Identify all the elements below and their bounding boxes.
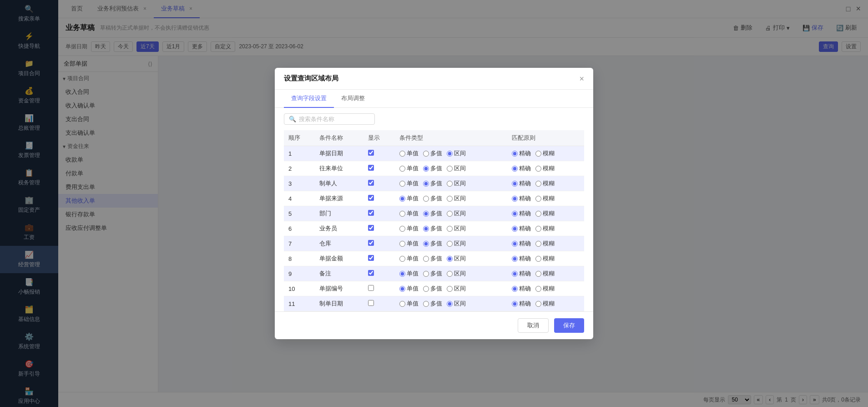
cell-match: 精确模糊	[507, 221, 584, 236]
match-radio-item[interactable]: 模糊	[535, 179, 555, 188]
show-checkbox[interactable]	[368, 165, 374, 171]
cell-show	[363, 221, 394, 236]
table-row: 1单据日期单值多值区间精确模糊	[284, 146, 584, 161]
cell-type: 单值多值区间	[395, 236, 507, 251]
dialog-search-area: 🔍	[275, 108, 593, 130]
match-radio-item[interactable]: 精确	[512, 209, 531, 218]
match-radio-item[interactable]: 模糊	[535, 239, 555, 248]
cell-type: 单值多值区间	[395, 266, 507, 281]
cell-type: 单值多值区间	[395, 191, 507, 206]
cell-order: 1	[284, 146, 315, 161]
match-radio-item[interactable]: 精确	[512, 300, 531, 308]
cell-order: 9	[284, 266, 315, 281]
match-radio-item[interactable]: 精确	[512, 179, 531, 188]
show-checkbox[interactable]	[368, 240, 374, 246]
type-radio-item[interactable]: 单值	[399, 239, 419, 248]
cell-match: 精确模糊	[507, 266, 584, 281]
match-radio-item[interactable]: 模糊	[535, 164, 555, 173]
cell-match: 精确模糊	[507, 236, 584, 251]
cell-name: 制单日期	[315, 296, 363, 311]
cell-order: 10	[284, 281, 315, 296]
type-radio-item[interactable]: 单值	[399, 164, 419, 173]
cell-order: 2	[284, 161, 315, 176]
show-checkbox[interactable]	[368, 225, 374, 231]
match-radio-item[interactable]: 模糊	[535, 209, 555, 218]
cell-show	[363, 296, 394, 311]
match-radio-item[interactable]: 精确	[512, 149, 531, 158]
type-radio-item[interactable]: 多值	[423, 209, 442, 218]
type-radio-item[interactable]: 多值	[423, 149, 442, 158]
match-radio-item[interactable]: 精确	[512, 194, 531, 203]
type-radio-item[interactable]: 单值	[399, 179, 419, 188]
type-radio-item[interactable]: 区间	[447, 285, 466, 293]
match-radio-item[interactable]: 模糊	[535, 149, 555, 158]
dialog-close-button[interactable]: ×	[579, 75, 584, 83]
table-row: 2往来单位单值多值区间精确模糊	[284, 161, 584, 176]
type-radio-item[interactable]: 多值	[423, 179, 442, 188]
type-radio-item[interactable]: 单值	[399, 149, 419, 158]
match-radio-item[interactable]: 精确	[512, 285, 531, 293]
type-radio-item[interactable]: 区间	[447, 209, 466, 218]
match-radio-item[interactable]: 精确	[512, 270, 531, 278]
type-radio-item[interactable]: 多值	[423, 270, 442, 278]
type-radio-item[interactable]: 区间	[447, 239, 466, 248]
show-checkbox[interactable]	[368, 270, 374, 276]
table-row: 5部门单值多值区间精确模糊	[284, 206, 584, 221]
type-radio-item[interactable]: 单值	[399, 224, 419, 233]
type-radio-item[interactable]: 单值	[399, 194, 419, 203]
show-checkbox[interactable]	[368, 255, 374, 261]
cell-show	[363, 146, 394, 161]
match-radio-item[interactable]: 精确	[512, 239, 531, 248]
type-radio-item[interactable]: 区间	[447, 270, 466, 278]
type-radio-item[interactable]: 区间	[447, 300, 466, 308]
type-radio-item[interactable]: 多值	[423, 300, 442, 308]
type-radio-item[interactable]: 多值	[423, 254, 442, 263]
type-radio-item[interactable]: 单值	[399, 209, 419, 218]
show-checkbox[interactable]	[368, 195, 374, 201]
match-radio-item[interactable]: 精确	[512, 224, 531, 233]
dialog-header: 设置查询区域布局 ×	[275, 68, 593, 90]
match-radio-item[interactable]: 模糊	[535, 270, 555, 278]
type-radio-item[interactable]: 区间	[447, 254, 466, 263]
cell-name: 单据编号	[315, 281, 363, 296]
type-radio-item[interactable]: 多值	[423, 224, 442, 233]
type-radio-item[interactable]: 区间	[447, 224, 466, 233]
save-button[interactable]: 保存	[554, 318, 584, 333]
cell-name: 单据日期	[315, 146, 363, 161]
cancel-button[interactable]: 取消	[518, 318, 549, 333]
match-radio-item[interactable]: 模糊	[535, 254, 555, 263]
match-radio-item[interactable]: 精确	[512, 254, 531, 263]
match-radio-item[interactable]: 模糊	[535, 224, 555, 233]
search-input[interactable]	[299, 116, 370, 122]
match-radio-item[interactable]: 模糊	[535, 285, 555, 293]
type-radio-item[interactable]: 区间	[447, 194, 466, 203]
tab-query-fields[interactable]: 查询字段设置	[284, 90, 334, 108]
show-checkbox[interactable]	[368, 300, 374, 306]
dialog-table: 顺序 条件名称 显示 条件类型 匹配原则 1单据日期单值多值区间精确模糊2往来单…	[275, 130, 593, 311]
table-row: 9备注单值多值区间精确模糊	[284, 266, 584, 281]
type-radio-item[interactable]: 多值	[423, 285, 442, 293]
show-checkbox[interactable]	[368, 285, 374, 291]
type-radio-item[interactable]: 单值	[399, 254, 419, 263]
type-radio-item[interactable]: 多值	[423, 194, 442, 203]
type-radio-item[interactable]: 多值	[423, 239, 442, 248]
table-row: 10单据编号单值多值区间精确模糊	[284, 281, 584, 296]
show-checkbox[interactable]	[368, 180, 374, 186]
dialog: 设置查询区域布局 × 查询字段设置 布局调整 🔍 顺序 条件名称 显示	[275, 68, 593, 339]
type-radio-item[interactable]: 单值	[399, 285, 419, 293]
cell-type: 单值多值区间	[395, 206, 507, 221]
modal-overlay: 设置查询区域布局 × 查询字段设置 布局调整 🔍 顺序 条件名称 显示	[0, 0, 868, 407]
type-radio-item[interactable]: 单值	[399, 270, 419, 278]
type-radio-item[interactable]: 单值	[399, 300, 419, 308]
type-radio-item[interactable]: 区间	[447, 149, 466, 158]
tab-layout[interactable]: 布局调整	[334, 90, 372, 108]
match-radio-item[interactable]: 精确	[512, 164, 531, 173]
type-radio-item[interactable]: 区间	[447, 179, 466, 188]
show-checkbox[interactable]	[368, 210, 374, 216]
match-radio-item[interactable]: 模糊	[535, 300, 555, 308]
type-radio-item[interactable]: 多值	[423, 164, 442, 173]
type-radio-item[interactable]: 区间	[447, 164, 466, 173]
cell-order: 3	[284, 176, 315, 191]
show-checkbox[interactable]	[368, 150, 374, 156]
match-radio-item[interactable]: 模糊	[535, 194, 555, 203]
